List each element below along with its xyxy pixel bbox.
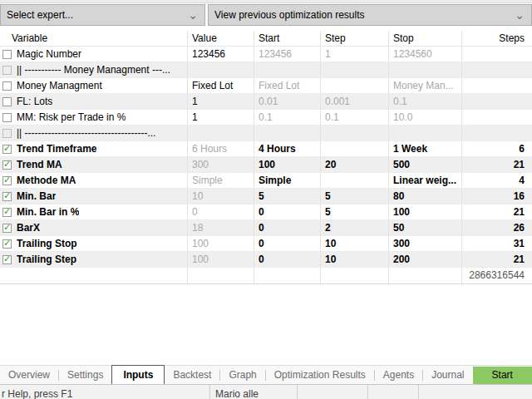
start-cell[interactable]	[254, 62, 321, 77]
results-select-dropdown[interactable]: View previous optimization results ⌄	[208, 4, 532, 26]
step-cell[interactable]	[321, 268, 389, 283]
step-cell[interactable]	[321, 78, 389, 93]
stop-cell[interactable]	[389, 126, 462, 140]
column-header-start[interactable]: Start	[254, 31, 321, 46]
stop-cell[interactable]: 300	[389, 236, 462, 251]
table-row[interactable]: ✓Min. Bar10558016	[0, 189, 532, 204]
tab-optimization-results[interactable]: Optimization Results	[266, 366, 374, 384]
step-cell[interactable]: 10	[321, 252, 389, 267]
start-cell[interactable]: 100	[254, 157, 321, 172]
stop-cell[interactable]: 80	[389, 189, 462, 204]
stop-cell[interactable]: 1234560	[389, 47, 462, 62]
start-cell[interactable]: 123456	[254, 47, 321, 62]
stop-cell[interactable]: 10.0	[389, 110, 462, 125]
stop-cell[interactable]: 1 Week	[389, 141, 462, 156]
start-cell[interactable]: Simple	[254, 173, 321, 188]
optimize-checkbox[interactable]	[2, 81, 12, 91]
tab-overview[interactable]: Overview	[0, 366, 58, 384]
stop-cell[interactable]	[389, 268, 462, 283]
optimize-checkbox[interactable]	[2, 50, 12, 59]
step-cell[interactable]: 20	[321, 157, 389, 172]
table-row[interactable]: || -------------------------------------…	[0, 126, 532, 141]
optimize-checkbox[interactable]	[2, 113, 12, 122]
tab-graph[interactable]: Graph	[220, 366, 264, 384]
start-cell[interactable]: 4 Hours	[254, 141, 321, 156]
value-cell[interactable]: Simple	[188, 173, 254, 188]
start-cell[interactable]: 0.1	[254, 110, 321, 125]
start-cell[interactable]	[254, 126, 321, 140]
table-row[interactable]: 2866316544	[0, 268, 532, 283]
stop-cell[interactable]: 0.1	[389, 94, 462, 109]
table-row[interactable]: ✓Min. Bar in %00510021	[0, 204, 532, 220]
value-cell[interactable]: Fixed Lot	[188, 78, 254, 93]
tab-backtest[interactable]: Backtest	[165, 366, 219, 384]
optimize-checkbox-checked[interactable]: ✓	[2, 176, 12, 185]
step-cell[interactable]	[321, 126, 389, 140]
value-cell[interactable]	[188, 126, 254, 140]
step-cell[interactable]: 0.001	[321, 94, 389, 109]
table-row[interactable]: Magic Number12345612345611234560	[0, 47, 532, 62]
value-cell[interactable]: 6 Hours	[188, 141, 254, 156]
table-row[interactable]: ✓Trailing Stop10001030031	[0, 236, 532, 252]
value-cell[interactable]	[188, 62, 254, 77]
start-button[interactable]: Start	[473, 367, 532, 384]
table-row[interactable]: ✓Methode MASimpleSimpleLinear weig...4	[0, 173, 532, 189]
column-header-variable[interactable]: Variable	[0, 31, 188, 46]
step-cell[interactable]: 1	[321, 47, 389, 62]
start-cell[interactable]: 0	[254, 204, 321, 219]
step-cell[interactable]: 0.1	[321, 110, 389, 125]
value-cell[interactable]: 100	[188, 252, 254, 267]
tab-inputs[interactable]: Inputs	[111, 365, 165, 384]
step-cell[interactable]: 5	[321, 204, 389, 219]
step-cell[interactable]	[321, 141, 389, 156]
tab-agents[interactable]: Agents	[375, 366, 422, 384]
optimize-checkbox-checked[interactable]: ✓	[2, 145, 12, 154]
table-row[interactable]: ✓Trailing Step10001020021	[0, 252, 532, 268]
value-cell[interactable]: 100	[188, 236, 254, 251]
optimize-checkbox-checked[interactable]: ✓	[2, 224, 12, 233]
column-header-step[interactable]: Step	[321, 31, 389, 46]
step-cell[interactable]: 2	[321, 220, 389, 235]
tab-settings[interactable]: Settings	[59, 366, 111, 384]
start-cell[interactable]: Fixed Lot	[254, 78, 321, 93]
table-row[interactable]: Money ManagmentFixed LotFixed LotMoney M…	[0, 78, 532, 94]
start-cell[interactable]: 5	[254, 189, 321, 204]
value-cell[interactable]: 300	[188, 157, 254, 172]
start-cell[interactable]: 0	[254, 252, 321, 267]
table-row[interactable]: || ----------- Money Managment ---...	[0, 62, 532, 78]
stop-cell[interactable]: 100	[389, 204, 462, 219]
start-cell[interactable]: 0	[254, 236, 321, 251]
optimize-checkbox[interactable]	[2, 66, 12, 75]
step-cell[interactable]: 10	[321, 236, 389, 251]
optimize-checkbox-checked[interactable]: ✓	[2, 208, 12, 217]
start-cell[interactable]: 0.01	[254, 94, 321, 109]
start-cell[interactable]: 0	[254, 220, 321, 235]
step-cell[interactable]: 5	[321, 189, 389, 204]
optimize-checkbox-checked[interactable]: ✓	[2, 160, 12, 170]
optimize-checkbox-checked[interactable]: ✓	[2, 255, 12, 264]
value-cell[interactable]: 10	[188, 189, 254, 204]
stop-cell[interactable]	[389, 62, 462, 77]
optimize-checkbox[interactable]	[2, 129, 12, 138]
value-cell[interactable]	[188, 268, 254, 283]
optimize-checkbox-checked[interactable]: ✓	[2, 239, 12, 249]
stop-cell[interactable]: 50	[389, 220, 462, 235]
stop-cell[interactable]: 500	[389, 157, 462, 172]
start-cell[interactable]	[254, 268, 321, 283]
column-header-steps[interactable]: Steps	[462, 31, 532, 46]
value-cell[interactable]: 123456	[188, 47, 254, 62]
optimize-checkbox-checked[interactable]: ✓	[2, 192, 12, 201]
stop-cell[interactable]: Linear weig...	[389, 173, 462, 188]
step-cell[interactable]	[321, 173, 389, 188]
column-header-value[interactable]: Value	[188, 31, 254, 46]
step-cell[interactable]	[321, 62, 389, 77]
stop-cell[interactable]: 200	[389, 252, 462, 267]
table-row[interactable]: ✓BarX18025026	[0, 220, 532, 236]
stop-cell[interactable]: Money Man...	[389, 78, 462, 93]
value-cell[interactable]: 18	[188, 220, 254, 235]
value-cell[interactable]: 1	[188, 110, 254, 125]
column-header-stop[interactable]: Stop	[389, 31, 462, 46]
value-cell[interactable]: 1	[188, 94, 254, 109]
table-row[interactable]: FL: Lots10.010.0010.1	[0, 94, 532, 110]
table-row[interactable]: MM: Risk per Trade in %10.10.110.0	[0, 110, 532, 126]
